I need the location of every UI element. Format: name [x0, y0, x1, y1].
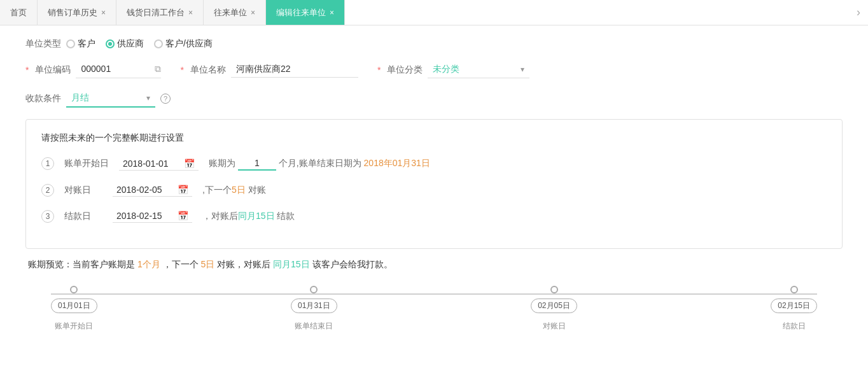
- radio-both-label: 客户/供应商: [165, 38, 213, 50]
- timeline-dot-3: [790, 286, 798, 293]
- preview-period: 1个月: [137, 259, 160, 269]
- tab-edit-partner[interactable]: 编辑往来单位 ×: [266, 0, 345, 25]
- payment-condition-arrow: ▾: [146, 94, 150, 102]
- period-desc-suffix: 个月,账单结束日期为: [279, 158, 361, 168]
- period-label-3: 结款日: [64, 211, 102, 222]
- period-row-3: 3 结款日 📅 ，对账后同月15日 结款: [41, 209, 827, 223]
- unit-name-item: * 单位名称: [180, 62, 358, 78]
- period-title: 请按照未来的一个完整帐期进行设置: [41, 132, 827, 144]
- period-num-1: 1: [41, 157, 54, 170]
- payment-row: 收款条件 月结 ▾ ?: [25, 90, 843, 108]
- unit-code-label: 单位编码: [35, 64, 71, 76]
- reconcile-date-field: 📅: [113, 183, 192, 197]
- radio-customer-circle: [66, 39, 75, 48]
- timeline-sublabel-0: 账单开始日: [55, 321, 93, 332]
- timeline-dot-0: [70, 286, 78, 293]
- unit-category-star: *: [377, 65, 381, 75]
- start-date-calendar-icon[interactable]: 📅: [184, 158, 195, 169]
- timeline-item-2: 02月05日 对账日: [531, 286, 577, 332]
- months-input[interactable]: [238, 157, 276, 171]
- timeline-sublabel-2: 对账日: [543, 321, 566, 332]
- timeline-badge-3: 02月15日: [771, 299, 817, 313]
- unit-type-row: 单位类型 客户 供应商 客户/供应商: [25, 38, 843, 50]
- reconcile-desc-prefix: ,下一个: [202, 185, 232, 195]
- reconcile-day-highlight: 5日: [232, 185, 246, 195]
- radio-supplier-label: 供应商: [117, 38, 144, 50]
- radio-customer[interactable]: 客户: [66, 38, 95, 50]
- timeline-item-3: 02月15日 结款日: [771, 286, 817, 332]
- unit-code-input[interactable]: [76, 61, 152, 76]
- tab-cash-reconcile[interactable]: 钱货日清工作台 ×: [116, 0, 204, 25]
- payment-condition-value: 月结: [71, 92, 89, 104]
- period-end-date: 2018年01月31日: [364, 158, 430, 168]
- period-row-1: 1 账单开始日 📅 账期为 个月,账单结束日期为 2018年01月31日: [41, 157, 827, 171]
- main-content: 单位类型 客户 供应商 客户/供应商 * 单位编码: [0, 25, 868, 387]
- period-num-3: 3: [41, 210, 54, 223]
- reconcile-date-calendar-icon[interactable]: 📅: [178, 185, 188, 195]
- timeline-items: 01月01日 账单开始日 01月31日 账单结束日 02月05日 对账日 02月…: [51, 286, 817, 332]
- payment-condition-select[interactable]: 月结 ▾: [66, 90, 155, 108]
- radio-supplier-circle: [106, 39, 115, 48]
- timeline-dot-2: [550, 286, 558, 293]
- start-date-field: 📅: [119, 157, 199, 171]
- timeline-dot-1: [310, 286, 318, 293]
- unit-code-item: * 单位编码 ⧉: [25, 61, 161, 78]
- payment-date-field: 📅: [113, 209, 192, 223]
- radio-customer-label: 客户: [78, 38, 95, 50]
- tab-partner-units[interactable]: 往来单位 ×: [204, 0, 266, 25]
- preview-text1: ，下一个: [163, 259, 199, 269]
- tab-edit-partner-label: 编辑往来单位: [276, 7, 326, 18]
- payment-desc-prefix: ，对账后: [202, 211, 238, 221]
- tab-sales-order-history[interactable]: 销售订单历史 ×: [38, 0, 116, 25]
- payment-condition-label: 收款条件: [25, 93, 61, 104]
- tab-expand-btn[interactable]: ›: [849, 0, 868, 25]
- unit-name-label: 单位名称: [190, 64, 226, 76]
- close-partner-units[interactable]: ×: [251, 8, 255, 17]
- radio-group: 客户 供应商 客户/供应商: [66, 38, 213, 50]
- period-label-1: 账单开始日: [64, 158, 109, 169]
- timeline-badge-2: 02月05日: [531, 299, 577, 313]
- unit-code-copy-icon[interactable]: ⧉: [155, 64, 161, 74]
- close-edit-partner[interactable]: ×: [330, 8, 334, 17]
- payment-help-icon[interactable]: ?: [160, 94, 171, 104]
- unit-category-value: 未分类: [433, 64, 459, 75]
- preview-label: 账期预览：当前客户账期是: [28, 259, 135, 269]
- tab-partner-units-label: 往来单位: [214, 7, 247, 18]
- period-desc-prefix: 账期为: [209, 158, 235, 168]
- unit-code-star: *: [25, 65, 29, 75]
- timeline-badge-1: 01月31日: [291, 299, 337, 313]
- unit-category-select[interactable]: 未分类 ▾: [428, 61, 529, 78]
- timeline-badge-0: 01月01日: [51, 299, 97, 313]
- unit-type-item: 单位类型 客户 供应商 客户/供应商: [25, 38, 213, 50]
- timeline-sublabel-1: 账单结束日: [295, 321, 333, 332]
- radio-both[interactable]: 客户/供应商: [154, 38, 213, 50]
- close-sales-order-history[interactable]: ×: [101, 8, 106, 17]
- radio-supplier[interactable]: 供应商: [106, 38, 144, 50]
- unit-info-row: * 单位编码 ⧉ * 单位名称 * 单位分类 未分类 ▾: [25, 61, 843, 78]
- timeline-sublabel-3: 结款日: [783, 321, 806, 332]
- preview-text3: 该客户会给我打款。: [312, 259, 393, 269]
- timeline-item-1: 01月31日 账单结束日: [291, 286, 337, 332]
- preview-text2: 对账，对账后: [217, 259, 270, 269]
- payment-condition-item: 收款条件 月结 ▾ ?: [25, 90, 171, 108]
- start-date-input[interactable]: [123, 158, 180, 169]
- preview-reconcile-date: 5日: [200, 259, 214, 269]
- unit-name-star: *: [180, 65, 183, 75]
- period-box: 请按照未来的一个完整帐期进行设置 1 账单开始日 📅 账期为 个月,账单结束日期…: [25, 119, 843, 249]
- payment-day-highlight: 同月15日: [238, 211, 275, 221]
- unit-type-label: 单位类型: [25, 38, 61, 50]
- reconcile-date-input[interactable]: [116, 185, 174, 195]
- tab-cash-reconcile-label: 钱货日清工作台: [127, 7, 185, 18]
- payment-date-input[interactable]: [116, 211, 174, 221]
- timeline-wrapper: 01月01日 账单开始日 01月31日 账单结束日 02月05日 对账日 02月…: [25, 286, 843, 332]
- tab-bar: 首页 销售订单历史 × 钱货日清工作台 × 往来单位 × 编辑往来单位 × ›: [0, 0, 868, 25]
- tab-home-label: 首页: [10, 7, 27, 18]
- tab-sales-order-history-label: 销售订单历史: [48, 7, 97, 18]
- period-row-2-desc: ,下一个5日 对账: [202, 185, 266, 196]
- payment-date-calendar-icon[interactable]: 📅: [178, 211, 188, 221]
- unit-category-label: 单位分类: [387, 64, 423, 76]
- close-cash-reconcile[interactable]: ×: [188, 8, 193, 17]
- tab-home[interactable]: 首页: [0, 0, 38, 25]
- unit-category-arrow: ▾: [521, 65, 524, 74]
- unit-name-input[interactable]: [231, 62, 358, 78]
